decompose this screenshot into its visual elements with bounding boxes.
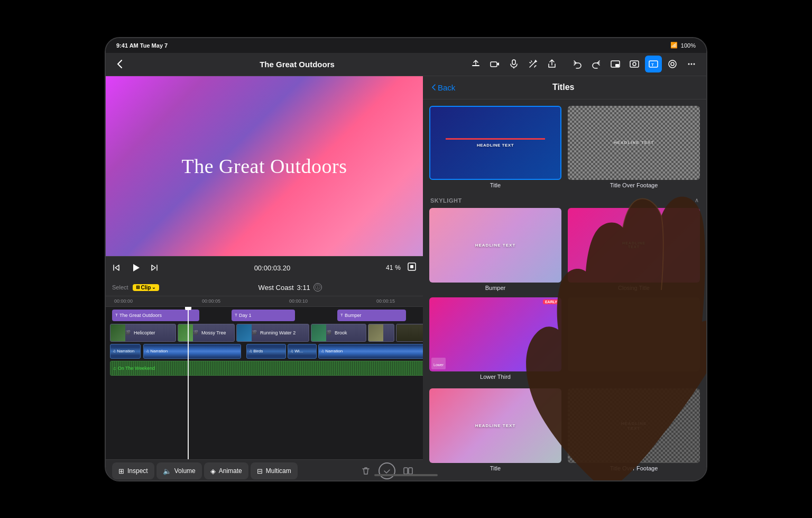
- upload-button[interactable]: [467, 56, 484, 72]
- multicam-icon: ⊟: [257, 467, 263, 475]
- panel-scroll-area[interactable]: HEADLINE TEXT Title HEADLINE TEXT Title …: [423, 99, 706, 481]
- bottom-toolbar-right: [300, 462, 417, 479]
- playhead: [188, 307, 189, 459]
- video-clip-water[interactable]: 🎬 Running Water 2: [236, 324, 309, 342]
- svg-rect-5: [615, 64, 619, 67]
- magic-wand-button[interactable]: [524, 56, 541, 72]
- pip-button[interactable]: [607, 56, 624, 72]
- panel-back-button[interactable]: Back: [431, 83, 455, 92]
- microphone-button[interactable]: [505, 56, 522, 72]
- volume-button[interactable]: 🔈 Volume: [156, 462, 202, 479]
- svg-point-10: [669, 60, 676, 68]
- ruler-mark-0: 00:00:00: [114, 298, 133, 304]
- fullscreen-button[interactable]: [407, 262, 417, 274]
- video-section: The Great Outdoors 00:00:03.20 41 %: [106, 76, 423, 481]
- video-clip-5[interactable]: [368, 324, 394, 342]
- skylight-thumb-bumper[interactable]: HEADLINE TEXT: [429, 208, 561, 283]
- video-clip-mossy[interactable]: 🎬 Mossy Tree: [178, 324, 235, 342]
- svg-point-7: [633, 62, 636, 66]
- title-clip-2[interactable]: T Bumper: [337, 310, 406, 321]
- skylight-item-title-over: HEADLINE TEXT Title Over Footage: [568, 388, 700, 471]
- video-clip-helicopter[interactable]: 🎬 Helicopter: [110, 324, 176, 342]
- default-title-grid: HEADLINE TEXT Title HEADLINE TEXT Title …: [429, 106, 700, 189]
- volume-label: Volume: [174, 467, 196, 475]
- early-badge: EARLY: [543, 299, 559, 304]
- skylight-label-title: Title: [429, 465, 561, 471]
- audio-clip-narration-2[interactable]: ♫ Narration: [318, 344, 423, 359]
- project-info: West Coast 3:11 ⓘ: [163, 283, 417, 292]
- select-label: Select: [112, 284, 128, 290]
- title-clip-1[interactable]: T Day 1: [232, 310, 295, 321]
- skylight-thumb-4[interactable]: [568, 297, 700, 372]
- inspect-button[interactable]: ⊞ Inspect: [112, 462, 154, 479]
- multicam-button[interactable]: ⊟ Multicam: [251, 462, 298, 479]
- timeline-header: Select ⊞ Clip ⌄ West Coast 3:11 ⓘ: [106, 279, 423, 296]
- svg-point-14: [694, 63, 695, 65]
- camera-button[interactable]: [486, 56, 503, 72]
- volume-icon: 🔈: [163, 467, 171, 475]
- photo-button[interactable]: [626, 56, 643, 72]
- title-clip-0[interactable]: T The Great Outdoors: [112, 310, 199, 321]
- status-right: 📶 100%: [670, 42, 696, 49]
- skylight-label-bumper: Bumper: [429, 285, 561, 291]
- skylight-item-bumper: HEADLINE TEXT Bumper: [429, 208, 561, 291]
- audio-clip-wi[interactable]: ♫ Wi...: [288, 344, 317, 359]
- title-label-1: Title Over Footage: [568, 182, 700, 188]
- more-button[interactable]: [683, 56, 700, 72]
- audio-clip-narration-1[interactable]: ♫ Narration: [143, 344, 241, 359]
- check-button[interactable]: [379, 462, 395, 479]
- multicam-label: Multicam: [266, 467, 291, 475]
- skylight-title-grid-2: HEADLINE TEXT Title HEADLINE TEXT Title …: [429, 388, 700, 471]
- home-indicator: [374, 474, 438, 476]
- info-icon[interactable]: ⓘ: [313, 283, 322, 292]
- video-clip-6[interactable]: [396, 324, 423, 342]
- main-layout: The Great Outdoors 00:00:03.20 41 %: [106, 76, 706, 481]
- skylight-thumb-title-over[interactable]: HEADLINE TEXT: [568, 388, 700, 463]
- titles-button[interactable]: T: [645, 56, 662, 72]
- svg-point-11: [671, 62, 674, 66]
- audio-clip-narration-0[interactable]: ♫ Narration: [110, 344, 141, 359]
- skylight-thumb-closing[interactable]: HEADLINE TEXT: [568, 208, 700, 283]
- skylight-section-header: SKYLIGHT ∧: [429, 197, 700, 204]
- audio-track: ♫ Narration ♫ Narration ♫ Bi: [110, 344, 423, 360]
- clip-badge-label: Clip: [141, 285, 151, 290]
- animate-button[interactable]: ◈ Animate: [204, 462, 248, 479]
- inspect-label: Inspect: [127, 467, 148, 475]
- title-track: T The Great Outdoors T Day 1 T Bumper: [110, 309, 423, 323]
- audio-button[interactable]: [664, 56, 681, 72]
- music-track: ♫ On The Weekend: [110, 361, 423, 376]
- title-item-0: HEADLINE TEXT Title: [429, 106, 561, 189]
- title-thumb-0[interactable]: HEADLINE TEXT: [429, 106, 561, 180]
- undo-button[interactable]: [569, 56, 586, 72]
- toolbar-actions: T: [467, 56, 700, 72]
- video-clip-brook[interactable]: 🎬 Brook: [311, 324, 366, 342]
- play-button[interactable]: [127, 259, 144, 276]
- zoom-control[interactable]: 41 %: [386, 264, 401, 271]
- skylight-label: SKYLIGHT: [430, 197, 462, 204]
- delete-button[interactable]: [357, 462, 374, 479]
- audio-clip-birds[interactable]: ♫ Birds: [246, 344, 286, 359]
- playhead-handle[interactable]: [185, 307, 191, 310]
- skylight-thumb-lower-third[interactable]: Lower EARLY: [429, 297, 561, 372]
- skylight-label-lower-third: Lower Third: [429, 374, 561, 380]
- skip-forward-button[interactable]: [150, 263, 159, 272]
- video-track: 🎬 Helicopter 🎬 Mossy Tree 🎬 Running Wate…: [110, 324, 423, 343]
- status-bar: 9:41 AM Tue May 7 📶 100%: [106, 38, 706, 53]
- video-preview: The Great Outdoors: [106, 76, 423, 256]
- music-clip-0[interactable]: ♫ On The Weekend: [110, 361, 423, 376]
- redo-button[interactable]: [588, 56, 605, 72]
- skip-back-button[interactable]: [112, 263, 121, 272]
- back-button[interactable]: [112, 57, 127, 71]
- inspect-icon: ⊞: [118, 467, 124, 475]
- project-duration: 3:11: [297, 284, 310, 292]
- split-button[interactable]: [400, 462, 417, 479]
- title-thumb-1[interactable]: HEADLINE TEXT: [568, 106, 700, 180]
- skylight-item-lower-third: Lower EARLY Lower Third: [429, 297, 561, 380]
- share-button[interactable]: [543, 56, 560, 72]
- video-title-overlay: The Great Outdoors: [182, 155, 347, 178]
- skylight-thumb-title[interactable]: HEADLINE TEXT: [429, 388, 561, 463]
- zoom-value: 41: [386, 264, 393, 271]
- skylight-chevron-icon[interactable]: ∧: [695, 197, 699, 204]
- wifi-icon: 📶: [670, 42, 678, 49]
- svg-rect-18: [409, 468, 412, 474]
